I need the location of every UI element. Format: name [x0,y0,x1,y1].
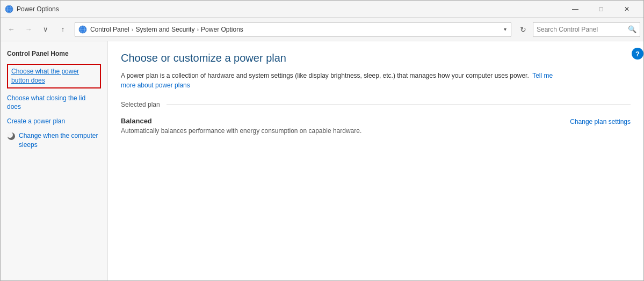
breadcrumb-sep-1: › [132,26,134,33]
content-area: ? Choose or customize a power plan A pow… [108,41,643,280]
main-content: Control Panel Home Choose what the power… [1,41,643,280]
address-icon [78,25,88,34]
breadcrumb-system-security[interactable]: System and Security [135,26,194,33]
sidebar: Control Panel Home Choose what the power… [1,41,108,280]
description-text: A power plan is a collection of hardware… [121,72,529,79]
breadcrumb: Control Panel › System and Security › Po… [90,26,503,33]
change-plan-settings-link[interactable]: Change plan settings [570,118,631,125]
plan-row: Balanced Automatically balances performa… [121,117,631,135]
toolbar: ← → ∨ ↑ Control Panel › System and Secur… [1,18,643,41]
back-button[interactable]: ← [4,22,19,37]
address-bar[interactable]: Control Panel › System and Security › Po… [75,22,511,37]
refresh-button[interactable]: ↻ [516,22,531,37]
sidebar-item-lid[interactable]: Choose what closing the lid does [7,94,101,112]
sidebar-item-sleep[interactable]: Change when the computer sleeps [19,131,101,150]
divider-line [167,105,631,105]
sidebar-header: Control Panel Home [7,50,101,57]
breadcrumb-control-panel[interactable]: Control Panel [90,26,129,33]
section-label: Selected plan [121,101,160,108]
search-input[interactable] [537,26,628,33]
maximize-button[interactable]: □ [589,1,613,17]
title-bar: Power Options — □ ✕ [1,1,643,18]
page-title: Choose or customize a power plan [121,52,631,64]
plan-name: Balanced [121,117,570,125]
help-button[interactable]: ? [632,48,643,60]
svg-point-11 [7,132,13,138]
breadcrumb-power-options[interactable]: Power Options [201,26,243,33]
page-description: A power plan is a collection of hardware… [121,71,561,90]
window-controls: — □ ✕ [563,1,639,17]
breadcrumb-sep-2: › [197,26,199,33]
search-icon[interactable]: 🔍 [628,25,636,33]
sidebar-item-power-button[interactable]: Choose what the power button does [7,64,101,88]
app-icon [5,5,13,13]
section-divider: Selected plan [121,101,631,108]
up-button[interactable]: ↑ [55,22,70,37]
sidebar-item-sleep-container: Change when the computer sleeps [7,131,101,150]
plan-info: Balanced Automatically balances performa… [121,117,570,135]
sidebar-item-create-plan[interactable]: Create a power plan [7,117,101,126]
close-button[interactable]: ✕ [614,1,639,17]
moon-icon [7,132,16,140]
minimize-button[interactable]: — [563,1,588,17]
forward-button[interactable]: → [21,22,36,37]
dropdown-button[interactable]: ∨ [38,22,53,37]
main-window: Power Options — □ ✕ ← → ∨ ↑ Control Pa [0,0,644,281]
window-title: Power Options [17,5,563,13]
address-dropdown-icon[interactable]: ▾ [503,26,508,32]
search-bar[interactable]: 🔍 [533,22,640,37]
plan-description: Automatically balances performance with … [121,127,570,135]
